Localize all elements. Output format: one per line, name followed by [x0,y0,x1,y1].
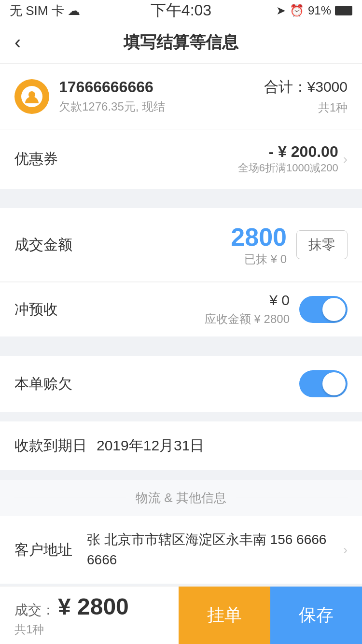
chong-right: ¥ 0 应收金额 ¥ 2800 [205,292,290,327]
sep-line-right [236,498,348,498]
address-section: 客户地址 张 北京市市辖区海淀区永丰南 156 6666 6666 › [0,516,362,584]
nav-bar: ‹ 填写结算等信息 [0,21,362,64]
round-button[interactable]: 抹零 [296,230,348,259]
deal-sub: 已抹 ¥ 0 [231,252,287,267]
address-row[interactable]: 客户地址 张 北京市市辖区海淀区永丰南 156 6666 6666 › [0,516,362,584]
page-title: 填写结算等信息 [124,31,238,54]
coupon-desc: 全场6折满1000减200 [238,161,338,175]
chevron-right-icon: › [343,152,348,167]
chong-amount: ¥ 0 [269,292,290,308]
deal-amount-row: 成交金额 2800 已抹 ¥ 0 抹零 [0,208,362,282]
alarm-icon: ⏰ [290,4,304,17]
date-value: 2019年12月31日 [97,436,204,456]
toggle-knob [322,298,346,321]
sheqian-toggle-knob [322,372,346,395]
sheqian-section: 本单赊欠 [0,356,362,412]
deal-value-area: 2800 已抹 ¥ 0 抹零 [231,223,348,267]
chong-toggle[interactable] [299,296,348,323]
chong-row-container: 冲预收 ¥ 0 应收金额 ¥ 2800 [0,282,362,336]
divider-2 [0,346,362,356]
sep-line-left [14,498,126,498]
customer-row: 17666666666 欠款1276.35元, 现结 合计：¥3000 共1种 [0,64,362,129]
coupon-label: 优惠券 [14,149,58,169]
deal-label: 成交金额 [14,235,72,255]
address-label: 客户地址 [14,540,72,560]
status-time: 下午4:03 [151,0,211,21]
sheqian-label: 本单赊欠 [14,374,72,394]
bottom-deal-label: 成交： [14,601,55,619]
chong-sub: 应收金额 ¥ 2800 [205,311,290,327]
avatar-icon [21,86,42,107]
total-amount: 合计：¥3000 [264,77,348,97]
date-label: 收款到期日 [14,436,87,456]
sheqian-row: 本单赊欠 [0,356,362,412]
avatar [14,79,49,114]
date-row: 收款到期日 2019年12月31日 [0,421,362,470]
deal-amount: 2800 [231,223,287,252]
address-chevron-icon: › [343,542,348,558]
battery-icon [335,6,352,15]
address-value: 张 北京市市辖区海淀区永丰南 156 6666 6666 [87,530,338,570]
coupon-amount: - ¥ 200.00 [269,143,338,161]
divider-1 [0,198,362,208]
bottom-amount: ¥ 2800 [58,593,129,620]
customer-section: 17666666666 欠款1276.35元, 现结 合计：¥3000 共1种 … [0,64,362,189]
sheqian-toggle[interactable] [299,370,348,397]
customer-total: 合计：¥3000 共1种 [264,77,348,115]
coupon-right: - ¥ 200.00 全场6折满1000减200 › [238,143,348,175]
logistics-separator: 物流 & 其他信息 [0,480,362,516]
date-section: 收款到期日 2019年12月31日 [0,421,362,470]
battery-label: 91% [308,4,331,17]
coupon-row[interactable]: 优惠券 - ¥ 200.00 全场6折满1000减200 › [0,129,362,189]
logistics-label: 物流 & 其他信息 [126,490,236,506]
sim-label: 无 SIM 卡 ☁ [10,2,80,19]
deal-section: 成交金额 2800 已抹 ¥ 0 抹零 冲预收 ¥ 0 应收金额 ¥ 2800 [0,208,362,336]
status-bar: 无 SIM 卡 ☁ 下午4:03 ➤ ⏰ 91% [0,0,362,21]
chong-row: 冲预收 ¥ 0 应收金额 ¥ 2800 [0,282,362,336]
bottom-left: 成交： ¥ 2800 共1种 [0,593,179,637]
back-button[interactable]: ‹ [14,31,21,53]
bottom-bar: 成交： ¥ 2800 共1种 挂单 保存 [0,586,362,644]
customer-sub: 欠款1276.35元, 现结 [59,99,264,114]
chong-label: 冲预收 [14,300,205,320]
status-right: ➤ ⏰ 91% [276,4,352,17]
customer-info: 17666666666 欠款1276.35元, 现结 [59,78,264,114]
location-icon: ➤ [276,4,286,17]
hang-button[interactable]: 挂单 [179,587,270,644]
customer-phone: 17666666666 [59,78,264,96]
status-left: 无 SIM 卡 ☁ [10,2,80,19]
total-count: 共1种 [264,100,348,115]
save-button[interactable]: 保存 [270,587,362,644]
bottom-count: 共1种 [14,622,164,637]
